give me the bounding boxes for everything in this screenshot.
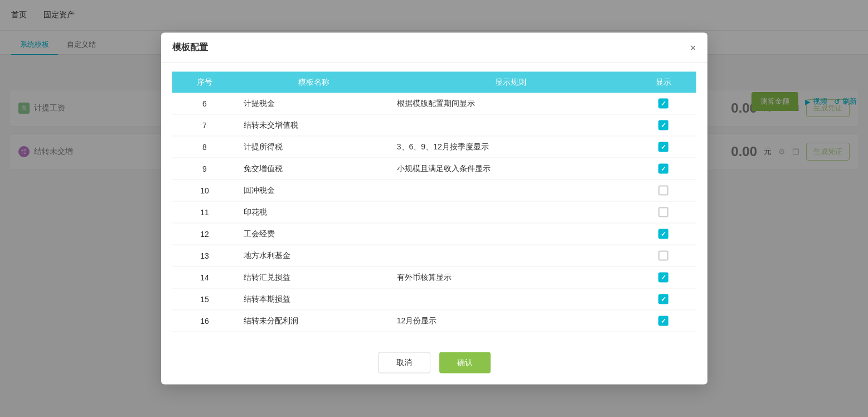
checkbox-wrapper bbox=[638, 229, 690, 239]
modal-template-config: 模板配置 × 序号 模板名称 显示规则 显示 6计提税金根据模版配置期间显示7结… bbox=[161, 33, 707, 385]
col-header-show: 显示 bbox=[631, 72, 696, 93]
checkbox-wrapper bbox=[638, 164, 690, 174]
modal-close-btn[interactable]: × bbox=[690, 42, 696, 52]
checkbox-checked[interactable] bbox=[658, 229, 668, 239]
row-rule: 小规模且满足收入条件显示 bbox=[390, 158, 631, 180]
checkbox-unchecked[interactable] bbox=[658, 207, 668, 217]
row-check bbox=[631, 114, 696, 136]
row-rule: 3、6、9、12月按季度显示 bbox=[390, 136, 631, 158]
row-rule bbox=[390, 201, 631, 223]
row-rule: 有外币核算显示 bbox=[390, 266, 631, 288]
col-header-id: 序号 bbox=[172, 72, 237, 93]
row-check bbox=[631, 158, 696, 180]
row-rule: 根据模版配置期间显示 bbox=[390, 93, 631, 115]
row-rule bbox=[390, 180, 631, 201]
row-id: 11 bbox=[172, 201, 237, 223]
row-rule bbox=[390, 114, 631, 136]
checkbox-checked[interactable] bbox=[658, 316, 668, 326]
row-name: 结转未分配利润 bbox=[237, 310, 390, 332]
row-name: 印花税 bbox=[237, 201, 390, 223]
row-name: 回冲税金 bbox=[237, 180, 390, 201]
row-name: 工会经费 bbox=[237, 223, 390, 245]
table-row: 8计提所得税3、6、9、12月按季度显示 bbox=[172, 136, 696, 158]
row-id: 7 bbox=[172, 114, 237, 136]
row-rule bbox=[390, 288, 631, 310]
row-check bbox=[631, 93, 696, 115]
modal-header: 模板配置 × bbox=[161, 33, 707, 63]
row-name: 结转未交增值税 bbox=[237, 114, 390, 136]
modal-body: 序号 模板名称 显示规则 显示 6计提税金根据模版配置期间显示7结转未交增值税8… bbox=[161, 63, 707, 343]
row-id: 10 bbox=[172, 180, 237, 201]
table-row: 15结转本期损益 bbox=[172, 288, 696, 310]
modal-footer: 取消 确认 bbox=[161, 343, 707, 385]
row-id: 9 bbox=[172, 158, 237, 180]
row-id: 8 bbox=[172, 136, 237, 158]
table-body: 6计提税金根据模版配置期间显示7结转未交增值税8计提所得税3、6、9、12月按季… bbox=[172, 93, 696, 332]
checkbox-wrapper bbox=[638, 207, 690, 217]
row-rule: 12月份显示 bbox=[390, 310, 631, 332]
row-check bbox=[631, 180, 696, 201]
row-check bbox=[631, 136, 696, 158]
confirm-button[interactable]: 确认 bbox=[439, 352, 491, 374]
row-rule bbox=[390, 223, 631, 245]
table-row: 16结转未分配利润12月份显示 bbox=[172, 310, 696, 332]
table-row: 11印花税 bbox=[172, 201, 696, 223]
row-id: 16 bbox=[172, 310, 237, 332]
row-check bbox=[631, 223, 696, 245]
checkbox-unchecked[interactable] bbox=[658, 251, 668, 261]
checkbox-wrapper bbox=[638, 316, 690, 326]
table-row: 14结转汇兑损益有外币核算显示 bbox=[172, 266, 696, 288]
row-check bbox=[631, 245, 696, 266]
row-name: 免交增值税 bbox=[237, 158, 390, 180]
table-row: 9免交增值税小规模且满足收入条件显示 bbox=[172, 158, 696, 180]
table-row: 7结转未交增值税 bbox=[172, 114, 696, 136]
checkbox-checked[interactable] bbox=[658, 294, 668, 304]
cancel-button[interactable]: 取消 bbox=[378, 352, 430, 374]
checkbox-wrapper bbox=[638, 99, 690, 109]
row-check bbox=[631, 310, 696, 332]
checkbox-checked[interactable] bbox=[658, 164, 668, 174]
row-name: 计提税金 bbox=[237, 93, 390, 115]
row-name: 结转汇兑损益 bbox=[237, 266, 390, 288]
row-id: 14 bbox=[172, 266, 237, 288]
row-id: 12 bbox=[172, 223, 237, 245]
row-id: 6 bbox=[172, 93, 237, 115]
col-header-name: 模板名称 bbox=[237, 72, 390, 93]
modal-title: 模板配置 bbox=[172, 42, 208, 54]
checkbox-checked[interactable] bbox=[658, 120, 668, 130]
table-row: 6计提税金根据模版配置期间显示 bbox=[172, 93, 696, 115]
checkbox-checked[interactable] bbox=[658, 273, 668, 283]
row-check bbox=[631, 201, 696, 223]
row-name: 计提所得税 bbox=[237, 136, 390, 158]
checkbox-wrapper bbox=[638, 273, 690, 283]
checkbox-wrapper bbox=[638, 251, 690, 261]
checkbox-checked[interactable] bbox=[658, 99, 668, 109]
row-id: 13 bbox=[172, 245, 237, 266]
checkbox-unchecked[interactable] bbox=[658, 186, 668, 196]
col-header-rule: 显示规则 bbox=[390, 72, 631, 93]
checkbox-checked[interactable] bbox=[658, 142, 668, 152]
checkbox-wrapper bbox=[638, 186, 690, 196]
checkbox-wrapper bbox=[638, 294, 690, 304]
row-rule bbox=[390, 245, 631, 266]
row-check bbox=[631, 288, 696, 310]
table-row: 10回冲税金 bbox=[172, 180, 696, 201]
checkbox-wrapper bbox=[638, 142, 690, 152]
table-header: 序号 模板名称 显示规则 显示 bbox=[172, 72, 696, 93]
row-name: 结转本期损益 bbox=[237, 288, 390, 310]
row-name: 地方水利基金 bbox=[237, 245, 390, 266]
table-row: 12工会经费 bbox=[172, 223, 696, 245]
row-id: 15 bbox=[172, 288, 237, 310]
config-table: 序号 模板名称 显示规则 显示 6计提税金根据模版配置期间显示7结转未交增值税8… bbox=[172, 72, 696, 332]
row-check bbox=[631, 266, 696, 288]
checkbox-wrapper bbox=[638, 120, 690, 130]
table-row: 13地方水利基金 bbox=[172, 245, 696, 266]
